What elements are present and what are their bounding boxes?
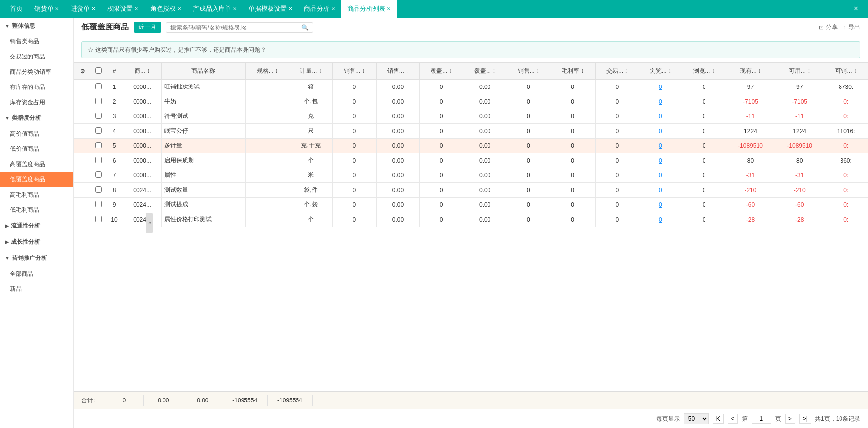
row-checkbox[interactable]: [95, 142, 102, 148]
row-checkbox[interactable]: [95, 113, 102, 119]
cell-browse-a[interactable]: 0: [639, 153, 682, 168]
cell-check[interactable]: [91, 153, 106, 168]
sidebar-item-low-margin[interactable]: 低毛利商品: [0, 202, 73, 218]
col-name[interactable]: 商品名称: [162, 63, 245, 80]
cell-settings: [74, 168, 91, 183]
col-cover-b[interactable]: 覆盖... ↕: [463, 63, 507, 80]
row-checkbox[interactable]: [95, 186, 102, 193]
col-sales-amt[interactable]: 销售... ↕: [376, 63, 420, 80]
sidebar-item-all-goods[interactable]: 全部商品: [0, 266, 73, 282]
nav-sales[interactable]: 销货单 ×: [28, 0, 65, 18]
col-browse-a[interactable]: 浏览... ↕: [639, 63, 682, 80]
sidebar-item-sales-goods[interactable]: 销售类商品: [0, 34, 73, 49]
sidebar-item-new-goods[interactable]: 新品: [0, 282, 73, 297]
cell-browse-a[interactable]: 0: [639, 80, 682, 94]
col-settings[interactable]: ⚙: [74, 63, 91, 80]
cell-check[interactable]: [91, 168, 106, 183]
row-checkbox[interactable]: [95, 98, 102, 104]
sidebar-section-marketing[interactable]: ▼ 营销推广分析: [0, 250, 73, 266]
sidebar-section-liquidity[interactable]: ▶ 流通性分析: [0, 218, 73, 234]
col-available[interactable]: 可用... ↕: [775, 63, 824, 80]
select-all-checkbox[interactable]: [95, 67, 102, 74]
table-row: 2 0000... 牛奶 个,包 0 0.00 0 0.00 0 0 0 0 0…: [74, 94, 868, 109]
cell-browse-a[interactable]: 0: [639, 109, 682, 124]
nav-analysis-list[interactable]: 商品分析列表 ×: [341, 0, 397, 18]
period-button[interactable]: 近一月: [134, 22, 161, 33]
cell-name: 测试提成: [162, 198, 245, 212]
cell-sales-qty: 0: [332, 212, 376, 227]
col-browse-b[interactable]: 浏览... ↕: [682, 63, 726, 80]
nav-purchase[interactable]: 进货单 ×: [65, 0, 101, 18]
sidebar-item-low-value[interactable]: 低价值商品: [0, 142, 73, 157]
cell-check[interactable]: [91, 183, 106, 198]
nav-home[interactable]: 首页: [4, 0, 28, 18]
cell-browse-a[interactable]: 0: [639, 168, 682, 183]
row-checkbox[interactable]: [95, 157, 102, 163]
sidebar-item-high-margin[interactable]: 高毛利商品: [0, 187, 73, 202]
cell-trade: 0: [595, 124, 639, 139]
sidebar-item-low-coverage[interactable]: 低覆盖度商品: [0, 172, 73, 187]
nav-roles[interactable]: 角色授权 ×: [144, 0, 187, 18]
cell-browse-a[interactable]: 0: [639, 183, 682, 198]
col-checkbox-all[interactable]: [91, 63, 106, 80]
first-page-button[interactable]: K: [713, 414, 724, 424]
cell-browse-a[interactable]: 0: [639, 139, 682, 153]
sidebar-item-inventory-goods[interactable]: 有库存的商品: [0, 80, 73, 95]
col-code[interactable]: 商... ↕: [123, 63, 162, 80]
cell-browse-a[interactable]: 0: [639, 94, 682, 109]
col-sales-qty[interactable]: 销售... ↕: [332, 63, 376, 80]
goods-table: ⚙ # 商... ↕ 商品名称 规格... ↕ 计量... ↕ 销售... ↕ …: [74, 62, 868, 227]
row-checkbox[interactable]: [95, 127, 102, 134]
next-page-button[interactable]: >: [785, 414, 795, 424]
col-cover-a[interactable]: 覆盖... ↕: [420, 63, 463, 80]
row-checkbox[interactable]: [95, 171, 102, 178]
nav-permissions[interactable]: 权限设置 ×: [101, 0, 144, 18]
nav-analysis[interactable]: 商品分析 ×: [298, 0, 341, 18]
cell-check[interactable]: [91, 139, 106, 153]
cell-check[interactable]: [91, 94, 106, 109]
cell-gross-margin: 0: [550, 168, 596, 183]
sidebar-item-high-value[interactable]: 高价值商品: [0, 126, 73, 142]
cell-check[interactable]: [91, 124, 106, 139]
nav-products[interactable]: 产成品入库单 ×: [187, 0, 243, 18]
cell-sales-c: 0: [507, 153, 550, 168]
cell-check[interactable]: [91, 198, 106, 212]
row-checkbox[interactable]: [95, 201, 102, 207]
col-current[interactable]: 现有... ↕: [726, 63, 775, 80]
search-input[interactable]: [170, 24, 299, 31]
col-gross-margin[interactable]: 毛利率 ↕: [550, 63, 596, 80]
sidebar-item-inventory-capital[interactable]: 库存资金占用: [0, 95, 73, 110]
table-container[interactable]: ⚙ # 商... ↕ 商品名称 规格... ↕ 计量... ↕ 销售... ↕ …: [74, 62, 868, 391]
col-spec[interactable]: 规格... ↕: [245, 63, 289, 80]
sidebar-item-traded-goods[interactable]: 交易过的商品: [0, 49, 73, 64]
cell-browse-a[interactable]: 0: [639, 198, 682, 212]
cell-check[interactable]: [91, 109, 106, 124]
sidebar-item-high-coverage[interactable]: 高覆盖度商品: [0, 157, 73, 172]
prev-page-button[interactable]: <: [728, 414, 738, 424]
col-trade[interactable]: 交易... ↕: [595, 63, 639, 80]
col-sellable[interactable]: 可销... ↕: [824, 63, 868, 80]
row-checkbox[interactable]: [95, 216, 102, 222]
sidebar-item-category-rate[interactable]: 商品分类动销率: [0, 64, 73, 80]
window-close-button[interactable]: ×: [848, 4, 864, 13]
sidebar-section-overall[interactable]: ▼ 整体信息: [0, 18, 73, 34]
cell-browse-a[interactable]: 0: [639, 212, 682, 227]
cell-check[interactable]: [91, 80, 106, 94]
sidebar-section-growth[interactable]: ▶ 成长性分析: [0, 234, 73, 250]
nav-templates[interactable]: 单据模板设置 ×: [243, 0, 298, 18]
cell-browse-a[interactable]: 0: [639, 124, 682, 139]
page-number-input[interactable]: [752, 414, 771, 424]
per-page-select[interactable]: 50 100 200: [684, 413, 709, 424]
col-unit[interactable]: 计量... ↕: [289, 63, 333, 80]
sidebar-section-cluster[interactable]: ▼ 类群度分析: [0, 110, 73, 126]
export-button[interactable]: ↑ 导出: [843, 23, 860, 31]
sidebar-collapse-button[interactable]: «: [146, 213, 153, 233]
share-button[interactable]: ⊡ 分享: [819, 23, 838, 31]
col-sales-c[interactable]: 销售... ↕: [507, 63, 550, 80]
row-checkbox[interactable]: [95, 83, 102, 89]
cell-spec: [245, 212, 289, 227]
last-page-button[interactable]: >|: [799, 414, 811, 424]
footer-sales-qty: 0: [105, 395, 144, 406]
search-icon[interactable]: 🔍: [301, 24, 309, 31]
cell-check[interactable]: [91, 212, 106, 227]
